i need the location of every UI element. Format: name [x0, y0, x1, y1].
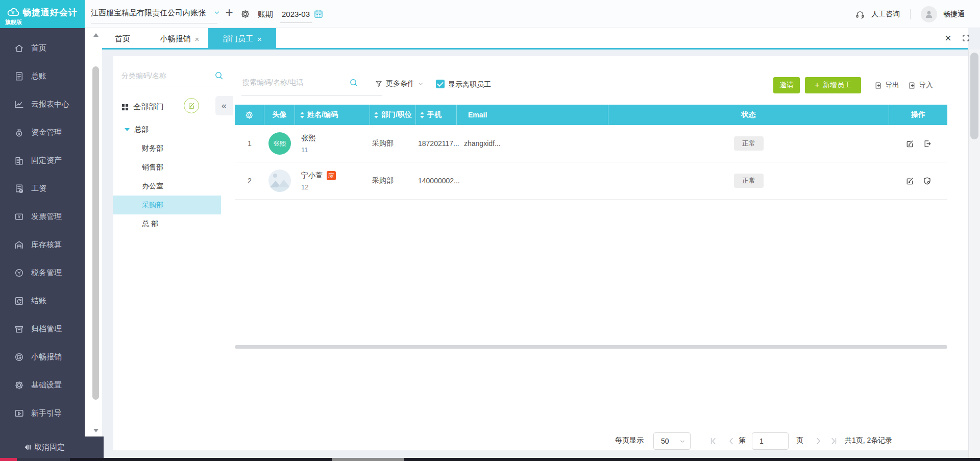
sidebar-item-home[interactable]: 首页: [0, 34, 85, 62]
status-badge: 正常: [734, 136, 764, 151]
show-resigned-checkbox[interactable]: [436, 80, 445, 88]
sidebar-item-label: 归档管理: [31, 324, 62, 334]
username[interactable]: 畅捷通: [943, 10, 965, 19]
last-page-icon[interactable]: [828, 436, 839, 446]
resign-leave-icon[interactable]: [922, 139, 932, 149]
fullscreen-icon[interactable]: [962, 34, 970, 42]
table-row[interactable]: 2 宁小萱应 12 采购部 140000002... 正常: [235, 162, 947, 200]
column-label: 操作: [911, 110, 925, 119]
sort-icon[interactable]: [420, 112, 424, 118]
sidebar-item-settings[interactable]: 基础设置: [0, 371, 85, 399]
invite-button[interactable]: 邀请: [773, 77, 800, 93]
column-header-phone[interactable]: 手机: [416, 105, 457, 125]
support-link[interactable]: 人工咨询: [871, 10, 900, 19]
sidebar-scrollbar[interactable]: [85, 28, 102, 436]
import-button[interactable]: 导入: [908, 81, 933, 90]
add-employee-button[interactable]: 新增员工: [805, 77, 861, 93]
company-selector[interactable]: 江西服宝精品有限责任公司内账张: [91, 0, 221, 26]
scroll-down-arrow-icon[interactable]: [93, 429, 99, 432]
sidebar-item-invoice[interactable]: 发票管理: [0, 203, 85, 231]
top-bar: 畅捷通好会计 旗舰版 江西服宝精品有限责任公司内账张 账期 2023-03 人工…: [0, 0, 980, 28]
sidebar-item-inventory[interactable]: 库存核算: [0, 231, 85, 259]
chevron-down-icon: [418, 81, 424, 87]
more-filters-button[interactable]: 更多条件: [375, 79, 424, 88]
import-label: 导入: [919, 81, 933, 90]
sidebar-item-guide[interactable]: 新手引导: [0, 399, 85, 427]
add-account-button[interactable]: [223, 5, 236, 20]
row-index: 1: [235, 125, 264, 162]
sidebar-item-member[interactable]: 好会员: [0, 427, 85, 436]
close-icon[interactable]: [195, 35, 200, 43]
taskbar-segment: [17, 458, 70, 461]
collapse-panel-button[interactable]: [215, 96, 233, 115]
close-all-tabs-icon[interactable]: [945, 31, 951, 45]
sort-icon[interactable]: [374, 112, 378, 118]
scrollbar-thumb[interactable]: [92, 66, 99, 400]
edit-icon[interactable]: [905, 176, 915, 186]
sidebar-item-reimburse[interactable]: 小畅报销: [0, 343, 85, 371]
department-cell: 采购部: [370, 125, 416, 162]
shield-permission-icon[interactable]: [922, 176, 932, 186]
tree-search-input[interactable]: [121, 71, 208, 80]
gear-icon[interactable]: [240, 9, 251, 19]
edit-departments-button[interactable]: [184, 98, 199, 113]
tree-node-root[interactable]: 总部: [125, 124, 149, 136]
avatar[interactable]: 张熙: [268, 132, 291, 155]
table-header: 头像 姓名/编码 部门/职位 手机 Email 状态 操作: [235, 105, 947, 125]
unpin-sidebar-button[interactable]: 取消固定: [0, 436, 104, 458]
export-button[interactable]: 导出: [874, 81, 899, 90]
status-badge: 正常: [734, 174, 764, 188]
tree-node-headquarters[interactable]: 总 部: [113, 214, 221, 233]
page-number-input[interactable]: [752, 432, 789, 450]
avatar-initials: 张熙: [274, 139, 286, 148]
close-icon[interactable]: [257, 35, 262, 43]
search-icon[interactable]: [214, 70, 224, 81]
horizontal-scrollbar[interactable]: [235, 345, 947, 349]
sidebar-item-closing[interactable]: 结账: [0, 287, 85, 315]
tree-node-sales[interactable]: 销售部: [113, 158, 221, 177]
avatar[interactable]: [921, 6, 937, 22]
sidebar-item-tax[interactable]: 税务管理: [0, 259, 85, 287]
previous-page-icon[interactable]: [726, 436, 737, 446]
edit-icon[interactable]: [905, 139, 915, 149]
column-header-name[interactable]: 姓名/编码: [295, 105, 370, 125]
show-resigned-label[interactable]: 显示离职员工: [448, 80, 491, 89]
search-icon[interactable]: [349, 78, 359, 88]
phone-cell: 140000002...: [416, 162, 457, 199]
table-row[interactable]: 1 张熙 张熙 11 采购部 187202117... zhangxidf...…: [235, 125, 947, 162]
tree-node-finance[interactable]: 财务部: [113, 139, 221, 158]
email-cell: [457, 162, 608, 199]
avatar-placeholder[interactable]: [268, 169, 291, 192]
sidebar-item-salary[interactable]: 工资: [0, 175, 85, 203]
sidebar-item-archive[interactable]: 归档管理: [0, 315, 85, 343]
employee-search-input[interactable]: [242, 78, 345, 86]
tree-node-office[interactable]: 办公室: [113, 177, 221, 196]
tab-label: 部门员工: [223, 34, 253, 44]
tab-department-employees[interactable]: 部门员工: [208, 28, 276, 50]
sidebar-item-fixed-assets[interactable]: 固定资产: [0, 147, 85, 175]
calendar-icon[interactable]: [313, 9, 324, 19]
vertical-scrollbar[interactable]: [968, 50, 980, 458]
all-departments-item[interactable]: 全部部门: [121, 102, 164, 112]
sidebar-item-general-ledger[interactable]: 总账: [0, 62, 85, 90]
first-page-icon[interactable]: [708, 436, 719, 446]
employee-list-panel: 更多条件 显示离职员工 邀请 新增员工 导出 导入 头像 姓名/编码 部门/职位…: [233, 56, 968, 450]
chevron-down-icon[interactable]: [213, 9, 221, 17]
sidebar-item-funds[interactable]: 资金管理: [0, 118, 85, 147]
column-header-department[interactable]: 部门/职位: [370, 105, 416, 125]
sidebar-item-report-center[interactable]: 云报表中心: [0, 90, 85, 118]
caret-down-icon[interactable]: [125, 128, 130, 131]
period-value[interactable]: 2023-03: [280, 7, 312, 23]
per-page-select[interactable]: 50: [653, 432, 691, 450]
tab-home[interactable]: 首页: [106, 28, 139, 50]
scroll-up-arrow-icon[interactable]: [93, 33, 99, 37]
product-name: 畅捷通好会计: [22, 7, 78, 18]
next-page-icon[interactable]: [813, 436, 823, 446]
sort-icon[interactable]: [300, 112, 304, 118]
column-settings-button[interactable]: [235, 105, 264, 125]
all-departments-label: 全部部门: [133, 102, 164, 112]
tab-reimburse[interactable]: 小畅报销: [153, 28, 206, 50]
scrollbar-thumb[interactable]: [970, 53, 978, 139]
tree-node-purchasing-selected[interactable]: 采购部: [113, 196, 221, 214]
invite-label: 邀请: [779, 81, 794, 90]
